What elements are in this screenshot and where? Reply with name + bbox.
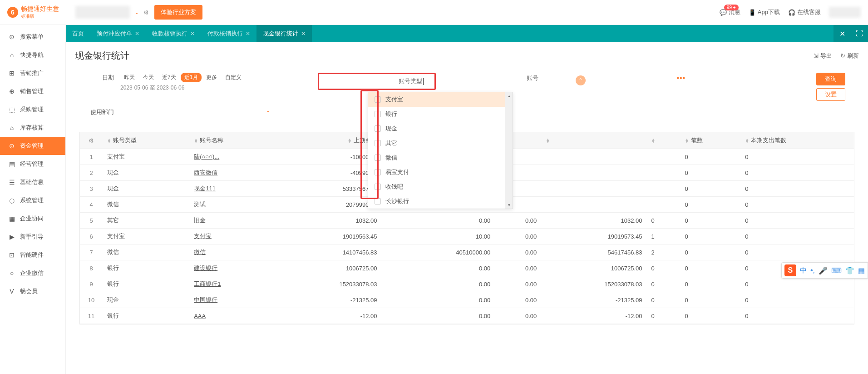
expand-icon[interactable]: ⛶ (851, 25, 868, 42)
account-no-input[interactable] (543, 73, 670, 84)
close-all-tabs[interactable]: ✕ (833, 25, 851, 42)
tab-4[interactable]: 现金银行统计✕ (256, 25, 312, 42)
dropdown-item-2[interactable]: 现金 (368, 121, 513, 136)
sort-icon[interactable]: ▲▼ (348, 139, 352, 143)
col-header-1[interactable]: ▲▼账号类型 (103, 132, 189, 149)
sidebar-item-3[interactable]: ⊕销售管理 (0, 82, 65, 100)
date-opt-1[interactable]: 今天 (139, 73, 158, 82)
keyboard-icon[interactable]: ⌨ (831, 266, 842, 275)
sidebar-item-12[interactable]: ⊡智能硬件 (0, 246, 65, 264)
gear-icon[interactable]: ⚙ (143, 9, 149, 16)
close-icon[interactable]: ✕ (246, 30, 250, 37)
close-icon[interactable]: ✕ (135, 30, 139, 37)
org-selector-blurred[interactable] (75, 6, 130, 19)
sogou-icon[interactable]: S (784, 264, 796, 276)
tab-3[interactable]: 付款核销执行✕ (201, 25, 256, 42)
collapse-toggle-icon[interactable]: ⌃ (576, 75, 586, 85)
date-opt-3[interactable]: 近1月 (181, 73, 202, 82)
dropdown-item-3[interactable]: 其它 (368, 136, 513, 150)
query-button[interactable]: 查询 (816, 73, 845, 85)
col-header-8[interactable]: ▲▼笔数 (681, 132, 741, 149)
ime-lang[interactable]: 中 (800, 266, 807, 275)
checkbox[interactable] (375, 184, 381, 190)
toolbox-icon[interactable]: ▦ (858, 266, 865, 275)
date-opt-4[interactable]: 更多 (202, 73, 221, 82)
gear-icon[interactable]: ⚙ (89, 137, 94, 144)
ime-punct-icon[interactable]: •, (810, 266, 815, 274)
account-link[interactable]: 测试 (194, 201, 206, 208)
account-link[interactable]: 支付宝 (194, 233, 212, 239)
app-download-link[interactable]: 📱 App下载 (749, 8, 780, 16)
dropdown-item-5[interactable]: 易宝支付 (368, 165, 513, 180)
account-link[interactable]: 旧金 (194, 217, 206, 224)
dept-input[interactable] (120, 107, 247, 118)
date-opt-5[interactable]: 自定义 (222, 73, 245, 82)
sidebar-item-2[interactable]: ⊞营销推广 (0, 64, 65, 82)
sidebar-item-4[interactable]: ⬚采购管理 (0, 100, 65, 119)
account-link[interactable]: 微信 (194, 249, 206, 255)
chevron-down-icon[interactable]: ⌄ (134, 9, 139, 15)
sidebar-item-6[interactable]: ⊙资金管理 (0, 137, 65, 155)
date-opt-2[interactable]: 近7天 (158, 73, 180, 82)
close-icon[interactable]: ✕ (301, 30, 306, 37)
sidebar-item-9[interactable]: ◌系统管理 (0, 191, 65, 209)
messages-link[interactable]: 💬 消息 99 + (720, 8, 740, 16)
sort-icon[interactable]: ▲▼ (651, 139, 655, 143)
sidebar-item-8[interactable]: ☰基础信息 (0, 173, 65, 191)
dropdown-item-6[interactable]: 收钱吧 (368, 180, 513, 194)
sidebar-item-5[interactable]: ⌂库存核算 (0, 119, 65, 137)
sort-icon[interactable]: ▲▼ (194, 139, 198, 143)
checkbox[interactable] (375, 96, 381, 103)
account-link[interactable]: 建设银行 (194, 264, 217, 271)
account-type-filter[interactable]: 账号类型 (318, 73, 436, 90)
dropdown-scrollbar[interactable]: ▲ ▼ (505, 92, 513, 209)
dropdown-item-1[interactable]: 银行 (368, 107, 513, 121)
chevron-down-icon[interactable]: ⌄ (266, 107, 270, 114)
checkbox[interactable] (375, 140, 381, 146)
promo-button[interactable]: 体验行业方案 (154, 5, 202, 20)
export-button[interactable]: ⇲导出 (814, 52, 832, 60)
more-filters-icon[interactable]: ••• (676, 74, 686, 82)
sidebar-item-1[interactable]: ⌂快捷导航 (0, 46, 65, 64)
sort-icon[interactable]: ▲▼ (745, 139, 749, 143)
user-blurred[interactable] (829, 7, 861, 18)
dropdown-item-4[interactable]: 微信 (368, 150, 513, 165)
account-link[interactable]: 中国银行 (194, 296, 217, 303)
checkbox[interactable] (375, 169, 381, 175)
tab-0[interactable]: 首页 (66, 25, 90, 42)
sidebar-item-0[interactable]: ⊙搜索菜单 (0, 28, 65, 46)
sort-icon[interactable]: ▲▼ (107, 139, 111, 143)
checkbox[interactable] (375, 198, 381, 204)
sort-icon[interactable]: ▲▼ (546, 139, 550, 143)
dropdown-item-7[interactable]: 长沙银行 (368, 194, 513, 209)
close-icon[interactable]: ✕ (190, 30, 195, 37)
col-header-3[interactable]: ▲▼上期余额 (276, 132, 381, 149)
col-header-9[interactable]: ▲▼本期支出笔数 (740, 132, 854, 149)
sort-icon[interactable]: ▲▼ (685, 139, 689, 143)
sidebar-item-11[interactable]: ▶新手引导 (0, 228, 65, 246)
checkbox[interactable] (375, 155, 381, 161)
account-link[interactable]: 陆(○○○)... (194, 153, 219, 160)
col-header-7[interactable]: ▲▼ (646, 132, 680, 149)
settings-button[interactable]: 设置 (816, 88, 845, 101)
checkbox[interactable] (375, 125, 381, 132)
col-header-2[interactable]: ▲▼账号名称 (189, 132, 276, 149)
refresh-button[interactable]: ↻刷新 (840, 52, 859, 60)
sidebar-item-14[interactable]: V畅会员 (0, 282, 65, 300)
account-link[interactable]: 西安微信 (194, 169, 217, 176)
ime-toolbar[interactable]: S 中 •, 🎤 ⌨ 👕 ▦ (781, 262, 868, 279)
mic-icon[interactable]: 🎤 (819, 266, 828, 275)
scroll-up-icon[interactable]: ▲ (505, 92, 513, 100)
account-link[interactable]: 工商银行1 (194, 280, 221, 287)
sidebar-item-10[interactable]: ▦企业协同 (0, 209, 65, 228)
account-link[interactable]: 现金111 (194, 185, 216, 192)
col-header-0[interactable]: ⚙ (80, 132, 103, 149)
support-link[interactable]: 🎧 在线客服 (788, 8, 821, 16)
checkbox[interactable] (375, 111, 381, 117)
tab-2[interactable]: 收款核销执行✕ (146, 25, 201, 42)
sidebar-item-7[interactable]: ▤经营管理 (0, 155, 65, 173)
account-link[interactable]: AAA (194, 313, 206, 319)
scroll-down-icon[interactable]: ▼ (505, 201, 513, 209)
skin-icon[interactable]: 👕 (845, 266, 854, 275)
sidebar-item-13[interactable]: ○企业微信 (0, 264, 65, 282)
